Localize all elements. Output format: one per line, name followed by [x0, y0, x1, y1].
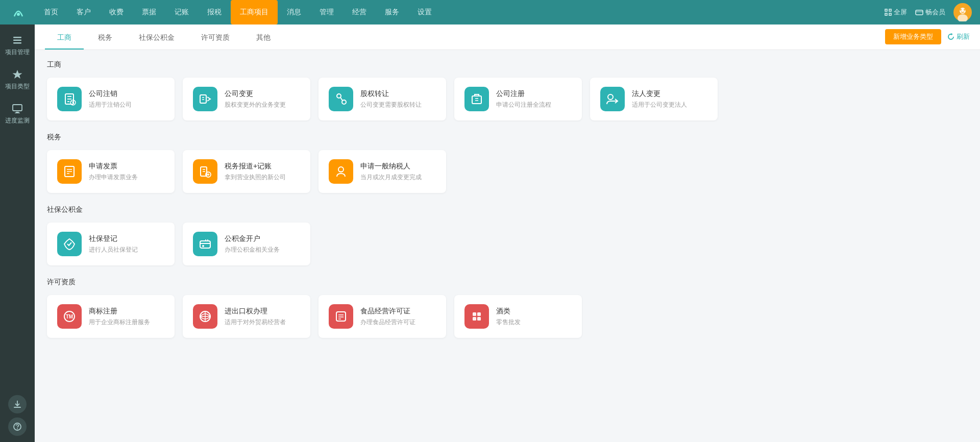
svg-rect-18: [14, 407, 21, 408]
add-type-button[interactable]: 新增业务类型: [885, 29, 941, 44]
card-info: 社保登记进行人员社保登记: [89, 234, 138, 254]
svg-line-32: [340, 97, 342, 101]
service-card[interactable]: 公司注销适用于注销公司: [47, 78, 175, 120]
svg-rect-65: [473, 317, 476, 321]
card-desc: 办理申请发票业务: [89, 173, 138, 182]
section-title: 工商: [47, 60, 968, 69]
scroll-content[interactable]: 工商公司注销适用于注销公司公司变更股权变更外的业务变更股权转让公司变更需要股权转…: [35, 50, 980, 442]
service-card[interactable]: 公积金开户办理公积金相关业务: [183, 223, 310, 265]
service-card[interactable]: TM商标注册用于企业商标注册服务: [47, 295, 175, 338]
svg-point-9: [960, 9, 962, 11]
nav-right: 全屏 畅会员: [885, 3, 972, 21]
user-avatar[interactable]: [953, 3, 972, 21]
card-title: 社保登记: [89, 234, 138, 243]
help-icon-button[interactable]: [8, 418, 27, 436]
tab-qita[interactable]: 其他: [244, 27, 283, 50]
card-desc: 适用于对外贸易经营者: [225, 318, 286, 327]
service-card[interactable]: 股权转让公司变更需要股权转让: [318, 78, 446, 120]
svg-rect-3: [885, 13, 887, 15]
svg-text:TM: TM: [66, 314, 73, 320]
equity-icon: [329, 87, 353, 111]
person-change-icon: [600, 87, 625, 111]
card-desc: 进行人员社保登记: [89, 245, 138, 254]
nav-item-工商项目[interactable]: 工商项目: [231, 0, 278, 24]
service-card[interactable]: 公司变更股权变更外的业务变更: [183, 78, 310, 120]
vip-button[interactable]: 畅会员: [915, 8, 945, 17]
fullscreen-button[interactable]: 全屏: [885, 8, 907, 17]
trademark-icon: TM: [57, 304, 82, 329]
sidebar-item-project-management[interactable]: 项目管理: [0, 29, 35, 63]
sidebar: 项目管理 项目类型 进度监测: [0, 24, 35, 442]
svg-point-36: [608, 94, 613, 100]
nav-item-记账[interactable]: 记账: [165, 0, 198, 24]
svg-rect-27: [200, 95, 206, 103]
svg-rect-49: [200, 241, 210, 248]
card-title: 公司注销: [89, 89, 132, 99]
tab-shuiwu[interactable]: 税务: [86, 27, 125, 50]
sidebar-item-progress-monitor[interactable]: 进度监测: [0, 97, 35, 131]
cards-grid: TM商标注册用于企业商标注册服务进出口权办理适用于对外贸易经营者食品经营许可证办…: [47, 295, 968, 338]
service-card[interactable]: 进出口权办理适用于对外贸易经营者: [183, 295, 310, 338]
card-info: 申请一般纳税人当月或次月成变更完成: [360, 162, 422, 182]
svg-point-0: [17, 13, 20, 16]
card-title: 公积金开户: [225, 234, 280, 243]
nav-item-服务[interactable]: 服务: [376, 0, 408, 24]
service-card[interactable]: 酒类零售批发: [454, 295, 582, 338]
list-icon: [12, 35, 23, 46]
svg-rect-11: [13, 37, 21, 38]
nav-item-收费[interactable]: 收费: [100, 0, 133, 24]
card-info: 法人变更适用于公司变更法人: [632, 89, 687, 109]
nav-item-经营[interactable]: 经营: [343, 0, 376, 24]
tab-gongshang[interactable]: 工商: [45, 27, 84, 50]
card-desc: 申请公司注册全流程: [496, 101, 551, 109]
card-info: 公司注销适用于注销公司: [89, 89, 132, 109]
section-title: 许可资质: [47, 278, 968, 287]
sidebar-item-project-type[interactable]: 项目类型: [0, 63, 35, 97]
svg-point-31: [342, 100, 346, 104]
refresh-button[interactable]: 刷新: [947, 32, 970, 41]
cards-grid: 公司注销适用于注销公司公司变更股权变更外的业务变更股权转让公司变更需要股权转让公…: [47, 78, 968, 120]
nav-item-管理[interactable]: 管理: [310, 0, 343, 24]
card-desc: 用于企业商标注册服务: [89, 318, 150, 327]
svg-rect-17: [15, 113, 20, 114]
svg-rect-66: [477, 317, 481, 321]
import-export-icon: [193, 304, 217, 329]
nav-item-消息[interactable]: 消息: [278, 0, 310, 24]
service-card[interactable]: 申请发票办理申请发票业务: [47, 150, 175, 193]
card-title: 进出口权办理: [225, 307, 286, 316]
tab-bar-actions: 新增业务类型 刷新: [885, 29, 970, 44]
app-logo: [8, 2, 29, 22]
cards-grid: 社保登记进行人员社保登记公积金开户办理公积金相关业务: [47, 223, 968, 265]
card-title: 公司变更: [225, 89, 286, 99]
service-card[interactable]: 公司注册申请公司注册全流程: [454, 78, 582, 120]
service-card[interactable]: 社保登记进行人员社保登记: [47, 223, 175, 265]
svg-rect-64: [477, 312, 481, 316]
service-card[interactable]: 法人变更适用于公司变更法人: [590, 78, 718, 120]
svg-rect-59: [336, 312, 346, 321]
service-card[interactable]: 税务报道+记账拿到营业执照的新公司: [183, 150, 310, 193]
building-reg-icon: [464, 87, 489, 111]
tab-bar: 工商 税务 社保公积金 许可资质 其他 新增业务类型 刷新: [35, 24, 980, 50]
tab-xuke[interactable]: 许可资质: [189, 27, 242, 50]
card-info: 酒类零售批发: [496, 307, 521, 327]
service-card[interactable]: 申请一般纳税人当月或次月成变更完成: [318, 150, 446, 193]
card-desc: 当月或次月成变更完成: [360, 173, 422, 182]
nav-item-首页[interactable]: 首页: [35, 0, 67, 24]
card-desc: 适用于公司变更法人: [632, 101, 687, 109]
card-info: 公司变更股权变更外的业务变更: [225, 89, 286, 109]
card-info: 进出口权办理适用于对外贸易经营者: [225, 307, 286, 327]
tab-shebao[interactable]: 社保公积金: [127, 27, 187, 50]
download-icon-button[interactable]: [8, 395, 27, 413]
nav-item-报税[interactable]: 报税: [198, 0, 231, 24]
service-card[interactable]: 食品经营许可证办理食品经营许可证: [318, 295, 446, 338]
card-info: 公司注册申请公司注册全流程: [496, 89, 551, 109]
nav-item-客户[interactable]: 客户: [67, 0, 100, 24]
content-area: 工商 税务 社保公积金 许可资质 其他 新增业务类型 刷新 工商公司注销适用于注…: [35, 24, 980, 442]
nav-item-设置[interactable]: 设置: [408, 0, 441, 24]
card-title: 申请一般纳税人: [360, 162, 422, 171]
svg-rect-2: [889, 9, 891, 11]
svg-rect-33: [472, 96, 481, 104]
svg-rect-13: [13, 42, 21, 44]
star-icon: [12, 69, 23, 80]
nav-item-票据[interactable]: 票据: [133, 0, 165, 24]
